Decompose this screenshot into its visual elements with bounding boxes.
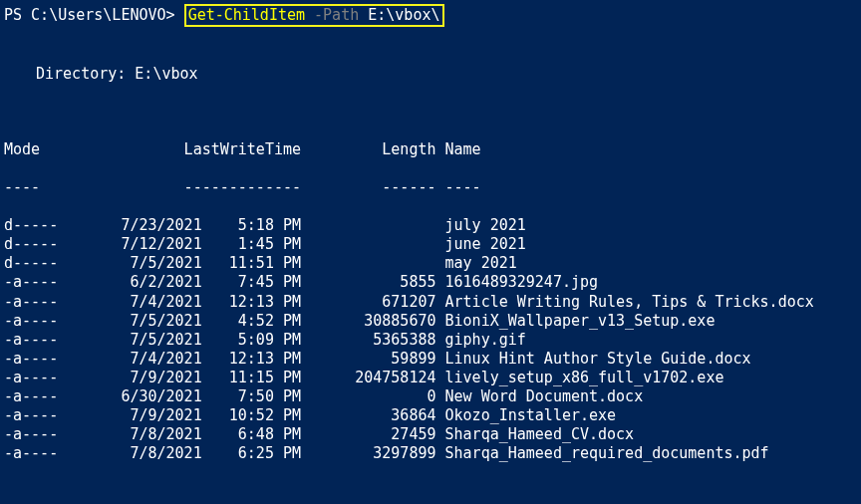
table-row: d----- 7/23/2021 5:18 PM july 2021 — [4, 216, 861, 235]
prompt-line-1[interactable]: PS C:\Users\LENOVO> Get-ChildItem -Path … — [4, 4, 861, 27]
cmdlet-name: Get-ChildItem — [188, 6, 305, 24]
param-name: -Path — [305, 6, 368, 24]
table-row: -a---- 7/4/2021 12:13 PM 59899 Linux Hin… — [4, 350, 861, 369]
table-header: Mode LastWriteTime Length Name — [4, 140, 861, 159]
table-row: -a---- 7/5/2021 5:09 PM 5365388 giphy.gi… — [4, 331, 861, 350]
table-row: -a---- 7/8/2021 6:48 PM 27459 Sharqa_Ham… — [4, 425, 861, 444]
table-header-dashes: ---- ------------- ------ ---- — [4, 178, 861, 197]
output-table: Mode LastWriteTime Length Name ---- ----… — [4, 122, 861, 482]
table-row: -a---- 6/30/2021 7:50 PM 0 New Word Docu… — [4, 387, 861, 406]
param-arg: E:\vbox\ — [368, 6, 439, 24]
table-row: -a---- 7/8/2021 6:25 PM 3297899 Sharqa_H… — [4, 444, 861, 463]
table-row: -a---- 7/9/2021 11:15 PM 204758124 livel… — [4, 369, 861, 387]
table-row: -a---- 6/2/2021 7:45 PM 5855 16164893292… — [4, 273, 861, 292]
table-row: d----- 7/5/2021 11:51 PM may 2021 — [4, 254, 861, 273]
prompt-prefix: PS C:\Users\LENOVO> — [4, 6, 184, 24]
table-row: -a---- 7/5/2021 4:52 PM 30885670 BioniX_… — [4, 312, 861, 331]
command-highlight: Get-ChildItem -Path E:\vbox\ — [184, 4, 444, 27]
directory-header: Directory: E:\vbox — [4, 65, 861, 84]
table-row: -a---- 7/4/2021 12:13 PM 671207 Article … — [4, 293, 861, 312]
table-row: -a---- 7/9/2021 10:52 PM 36864 Okozo_Ins… — [4, 406, 861, 425]
table-row: d----- 7/12/2021 1:45 PM june 2021 — [4, 235, 861, 254]
